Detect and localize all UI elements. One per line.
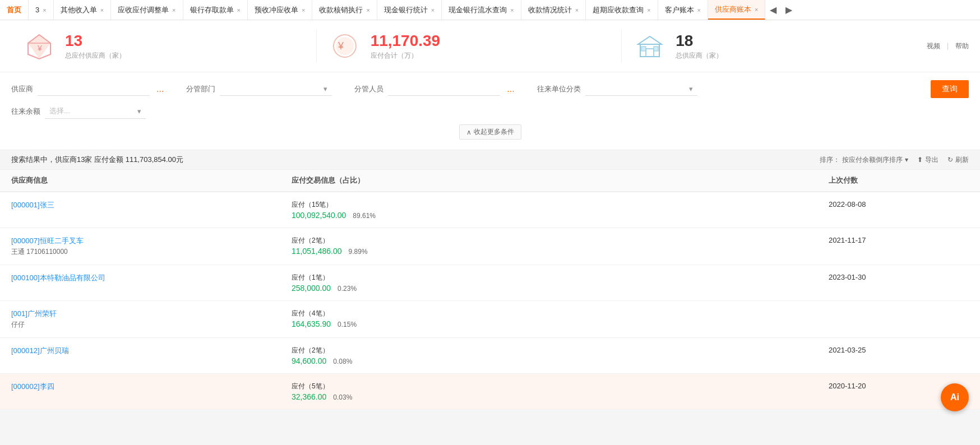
supplier-filter-label: 供应商 [11, 84, 33, 94]
close-cash-stats[interactable]: × [431, 7, 434, 13]
transaction-label-2: 应付（1笔） [292, 273, 829, 282]
refresh-button[interactable]: ↻ 刷新 [947, 155, 969, 165]
close-adjustment[interactable]: × [172, 7, 175, 13]
nav-tab-cash-flow[interactable]: 现金银行流水查询 × [442, 0, 521, 20]
nav-tab-3[interactable]: 3 × [29, 0, 54, 20]
export-label: 导出 [925, 155, 939, 165]
coin-icon: ¥ [328, 29, 362, 63]
transaction-row-5: 32,366.00 0.03% [292, 392, 829, 401]
help-link[interactable]: 帮助 [955, 41, 969, 51]
supplier-info-header: 供应商信息 [11, 175, 292, 186]
supplier-filter-dots[interactable]: ... [156, 84, 164, 94]
export-button[interactable]: ⬆ 导出 [917, 155, 939, 165]
transaction-percent-5: 0.03% [333, 393, 352, 401]
total-suppliers-value: 18 [676, 31, 723, 50]
supplier-filter-input[interactable] [38, 82, 150, 96]
sort-dropdown-icon: ▾ [905, 156, 908, 164]
person-filter-input[interactable] [388, 82, 500, 96]
tab-cash-stats-label: 现金银行统计 [384, 5, 428, 15]
nav-tab-bank[interactable]: 银行存取款单 × [183, 0, 248, 20]
query-button[interactable]: 查询 [931, 80, 969, 98]
collapse-label: 收起更多条件 [474, 127, 514, 137]
collapse-chevron-icon: ∧ [466, 128, 471, 136]
department-filter-label: 分管部门 [186, 84, 215, 94]
table-row: [001]广州荣轩 仔仔 应付（4笔） 164,635.90 0.15% [0, 301, 980, 338]
sort-label: 排序： [820, 155, 840, 165]
video-link[interactable]: 视频 [927, 41, 940, 51]
nav-tab-home[interactable]: 首页 [0, 0, 29, 20]
svg-text:¥: ¥ [338, 40, 344, 52]
supplier-info-cell: [001]广州荣轩 仔仔 [11, 309, 292, 330]
sort-select[interactable]: 排序： 按应付余额倒序排序 ▾ [820, 155, 908, 165]
close-prepay[interactable]: × [302, 7, 305, 13]
nav-next-arrow[interactable]: ▶ [781, 4, 797, 15]
table-row: [000001]张三 应付（15笔） 100,092,540.00 89.61%… [0, 192, 980, 228]
nav-tab-prepay[interactable]: 预收冲应收单 × [248, 0, 312, 20]
transaction-row-2: 258,000.00 0.23% [292, 284, 829, 293]
close-collection[interactable]: × [366, 7, 369, 13]
nav-tab-adjustment[interactable]: 应收应付调整单 × [111, 0, 183, 20]
ai-button[interactable]: Ai [941, 383, 969, 410]
transaction-row-4: 94,600.00 0.08% [292, 356, 829, 365]
nav-prev-arrow[interactable]: ◀ [765, 4, 781, 15]
transaction-amount-3: 164,635.90 [292, 319, 331, 328]
nav-tab-payment-stats[interactable]: 收款情况统计 × [521, 0, 586, 20]
filter-balance: 往来余额 选择... ▾ [11, 104, 146, 119]
person-filter-dots[interactable]: ... [507, 84, 514, 94]
tab-overdue-label: 超期应收款查询 [593, 5, 644, 15]
tab-payment-stats-label: 收款情况统计 [528, 5, 572, 15]
payable-suppliers-value: 13 [65, 31, 126, 50]
table-header: 供应商信息 应付交易信息（占比） 上次付数 [0, 170, 980, 192]
category-filter-select[interactable]: ▾ [585, 82, 697, 96]
result-bar: 搜索结果中，供应商13家 应付金额 111,703,854.00元 排序： 按应… [0, 150, 980, 170]
transaction-percent-4: 0.08% [333, 358, 352, 365]
table-row: [000012]广州贝瑞 应付（2笔） 94,600.00 0.08% 2021… [0, 338, 980, 374]
result-summary-text: 搜索结果中，供应商13家 应付金额 111,703,854.00元 [11, 155, 183, 165]
close-tab-3[interactable]: × [43, 7, 46, 13]
nav-tab-customer-ledger[interactable]: 客户账本 × [658, 0, 708, 20]
tab-3-label: 3 [35, 6, 39, 14]
nav-tab-cash-stats[interactable]: 现金银行统计 × [377, 0, 442, 20]
transaction-row-1: 11,051,486.00 9.89% [292, 247, 829, 256]
supplier-link-5[interactable]: [000002]李四 [11, 382, 54, 391]
transaction-info-cell: 应付（2笔） 11,051,486.00 9.89% [292, 236, 829, 256]
transaction-info-cell: 应付（15笔） 100,092,540.00 89.61% [292, 200, 829, 220]
department-filter-select[interactable]: ▾ [220, 82, 332, 96]
summary-item-payable-total: ¥ 11,170.39 应付合计（万） [317, 29, 622, 63]
last-payment-cell-2: 2023-01-30 [829, 273, 969, 281]
summary-content-payable-total: 11,170.39 应付合计（万） [371, 31, 441, 61]
supplier-link-3[interactable]: [001]广州荣轩 [11, 309, 57, 318]
last-payment-cell-4: 2021-03-25 [829, 346, 969, 354]
close-supplier-ledger[interactable]: × [755, 6, 758, 13]
svg-rect-13 [654, 47, 658, 51]
nav-tab-overdue[interactable]: 超期应收款查询 × [586, 0, 658, 20]
supplier-info-cell: [000001]张三 [11, 200, 292, 210]
close-payment-stats[interactable]: × [575, 7, 579, 13]
supplier-link-0[interactable]: [000001]张三 [11, 201, 54, 209]
supplier-link-1[interactable]: [000007]恒旺二手叉车 [11, 237, 84, 245]
nav-tab-other-income[interactable]: 其他收入单 × [54, 0, 111, 20]
supplier-link-2[interactable]: [000100]本特勒油品有限公司 [11, 274, 105, 282]
links-divider: | [947, 42, 949, 50]
close-bank[interactable]: × [237, 7, 241, 13]
nav-tab-collection[interactable]: 收款核销执行 × [312, 0, 377, 20]
close-customer-ledger[interactable]: × [697, 7, 701, 13]
tab-bank-label: 银行存取款单 [190, 5, 234, 15]
transaction-label-5: 应付（5笔） [292, 382, 829, 391]
balance-filter-select[interactable]: 选择... ▾ [45, 104, 146, 119]
transaction-info-cell: 应付（4笔） 164,635.90 0.15% [292, 309, 829, 328]
collapse-filters-button[interactable]: ∧ 收起更多条件 [459, 124, 521, 140]
supplier-sub-3: 仔仔 [11, 320, 292, 330]
balance-placeholder: 选择... [49, 106, 133, 116]
refresh-icon: ↻ [947, 156, 953, 164]
supplier-link-4[interactable]: [000012]广州贝瑞 [11, 346, 69, 355]
close-overdue[interactable]: × [647, 7, 650, 13]
balance-filter-label: 往来余额 [11, 106, 40, 117]
close-cash-flow[interactable]: × [510, 7, 514, 13]
filter-row-2: 往来余额 选择... ▾ [11, 104, 969, 119]
close-other-income[interactable]: × [100, 7, 104, 13]
sort-value: 按应付余额倒序排序 [842, 155, 903, 165]
svg-text:¥: ¥ [37, 44, 42, 53]
svg-marker-10 [638, 36, 662, 44]
nav-tab-supplier-ledger[interactable]: 供应商账本 × [708, 0, 765, 20]
